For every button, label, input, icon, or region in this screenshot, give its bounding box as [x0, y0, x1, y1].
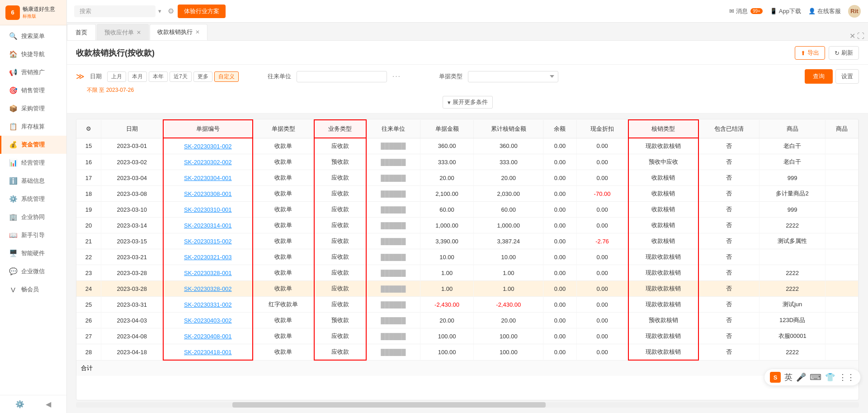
tab-receipt-verify[interactable]: 收款核销执行 ✕ [150, 24, 208, 40]
voucher-no-link[interactable]: SK-20230310-001 [184, 206, 232, 213]
enterprise-icon: 🏢 [9, 213, 18, 222]
settings-icon[interactable]: ⚙️ [15, 400, 24, 408]
cell-verified-amount: 100.00 [474, 328, 543, 344]
voucher-no-link[interactable]: SK-20230328-002 [184, 285, 232, 292]
voucher-no-link[interactable]: SK-20230304-001 [184, 175, 232, 181]
cell-goods2 [825, 281, 858, 297]
refresh-button[interactable]: ↻ 刷新 [829, 46, 859, 60]
table-area: ⚙ 日期 单据编号 单据类型 业务类型 往来单位 单据金额 累计核销金额 余额 … [67, 114, 868, 413]
horizontal-scrollbar[interactable] [76, 402, 859, 408]
tab-prepay[interactable]: 预收应付单 ✕ [97, 24, 149, 40]
cell-cash-discount: 0.00 [576, 138, 628, 154]
query-button[interactable]: 查询 [805, 69, 833, 84]
tab-receipt-verify-close[interactable]: ✕ [195, 29, 200, 35]
float-toolbar: S 英 🎤 ⌨ 👕 ⋮⋮ [764, 369, 861, 386]
date-btn-this-year[interactable]: 本年 [149, 71, 168, 82]
voucher-no-link[interactable]: SK-20230302-002 [184, 159, 232, 166]
phone-icon: 📱 [770, 8, 777, 14]
sidebar-item-purchase[interactable]: 📦采购管理 [0, 100, 66, 118]
date-btn-this-month[interactable]: 本月 [128, 71, 147, 82]
solution-button[interactable]: 体验行业方案 [178, 5, 226, 18]
tab-home[interactable]: 首页 [67, 24, 96, 40]
voucher-no-link[interactable]: SK-20230314-001 [184, 222, 232, 229]
sidebar-item-enterprise[interactable]: 🏢企业协同 [0, 208, 66, 226]
tab-expand-icon[interactable]: ⛶ [857, 32, 864, 40]
voucher-no-link[interactable]: SK-20230308-001 [184, 190, 232, 197]
cell-goods2 [825, 297, 858, 313]
cell-verified-amount: 333.00 [474, 154, 543, 170]
voucher-no-link[interactable]: SK-20230315-002 [184, 238, 232, 245]
voucher-no-link[interactable]: SK-20230403-002 [184, 317, 232, 324]
voucher-no-link[interactable]: SK-20230301-002 [184, 143, 232, 150]
date-btn-more[interactable]: 更多 [193, 71, 212, 82]
topbar-gear-icon[interactable]: ⚙ [168, 7, 174, 15]
sidebar-item-sales[interactable]: 🎯销售管理 [0, 81, 66, 100]
user-avatar[interactable]: Rit [848, 5, 861, 18]
hardware-label: 智能硬件 [21, 249, 45, 257]
sidebar-item-member[interactable]: V畅会员 [0, 280, 66, 299]
th-goods2: 商品 [825, 120, 858, 138]
cell-include-settled: 否 [698, 154, 760, 170]
table-footer-row: 合计 [76, 360, 859, 376]
cell-partner: ██████ [366, 328, 420, 344]
service-label: 在线客服 [817, 7, 841, 15]
voucher-no-link[interactable]: SK-20230418-001 [184, 349, 232, 356]
voucher-type-filter-select[interactable] [468, 71, 558, 82]
cell-amount: 100.00 [420, 328, 473, 344]
export-button[interactable]: ⬆ 导出 [795, 46, 825, 60]
operations-label: 经营管理 [21, 159, 45, 167]
cell-date: 2023-03-21 [101, 249, 163, 265]
sidebar-item-operations[interactable]: 📊经营管理 [0, 154, 66, 172]
sidebar-item-system[interactable]: ⚙️系统管理 [0, 190, 66, 208]
tab-close-all-icon[interactable]: ✕ [849, 32, 855, 40]
cell-goods2 [825, 170, 858, 186]
cell-amount: 360.00 [420, 138, 473, 154]
date-btn-last-month[interactable]: 上月 [107, 71, 126, 82]
cell-goods: 衣服00001 [760, 328, 825, 344]
cell-date: 2023-03-02 [101, 154, 163, 170]
expand-button[interactable]: ▾ 展开更多条件 [443, 96, 493, 109]
message-label: 消息 [736, 7, 748, 15]
float-lang-icon[interactable]: 英 [784, 372, 793, 383]
voucher-no-link[interactable]: SK-20230321-003 [184, 254, 232, 261]
online-service-item[interactable]: 👤 在线客服 [808, 7, 841, 15]
sidebar-item-inventory[interactable]: 📋库存核算 [0, 118, 66, 136]
partner-filter-input[interactable] [297, 71, 387, 82]
cell-goods2 [825, 233, 858, 249]
sidebar-item-wechat[interactable]: 💬企业微信 [0, 262, 66, 280]
quick-nav-label: 快捷导航 [21, 50, 45, 58]
table-row: 20 2023-03-14 SK-20230314-001 收款单 应收款 ██… [76, 218, 859, 233]
cell-date: 2023-03-04 [101, 170, 163, 186]
app-download-item[interactable]: 📱 App下载 [770, 7, 801, 15]
sidebar-item-search[interactable]: 🔍搜索菜单 [0, 27, 66, 45]
sidebar-item-guide[interactable]: 📖新手引导 [0, 226, 66, 244]
voucher-no-link[interactable]: SK-20230331-002 [184, 301, 232, 308]
cell-goods: 老白干 [760, 154, 825, 170]
setting-button[interactable]: 设置 [835, 69, 859, 84]
tab-prepay-close[interactable]: ✕ [137, 29, 141, 36]
voucher-no-link[interactable]: SK-20230408-001 [184, 333, 232, 340]
date-btn-custom[interactable]: 自定义 [214, 71, 239, 82]
table-wrapper[interactable]: ⚙ 日期 单据编号 单据类型 业务类型 往来单位 单据金额 累计核销金额 余额 … [76, 119, 859, 400]
sidebar-item-basic-info[interactable]: ℹ️基础信息 [0, 172, 66, 190]
cell-cash-discount: -70.00 [576, 186, 628, 202]
voucher-no-link[interactable]: SK-20230328-001 [184, 270, 232, 276]
cell-row-num: 23 [76, 265, 101, 281]
cell-row-num: 15 [76, 138, 101, 154]
cell-biz-type: 应收款 [314, 202, 366, 218]
cell-include-settled: 否 [698, 138, 760, 154]
cell-date: 2023-03-08 [101, 186, 163, 202]
message-item[interactable]: ✉ 消息 99+ [729, 7, 763, 15]
sidebar-item-marketing[interactable]: 📢营销推广 [0, 63, 66, 81]
float-grid-icon[interactable]: ⋮⋮ [839, 372, 855, 382]
float-mic-icon[interactable]: 🎤 [796, 372, 806, 382]
date-btn-7days[interactable]: 近7天 [170, 71, 192, 82]
filter-toggle-icon[interactable]: ≫ [76, 71, 85, 81]
collapse-icon[interactable]: ◀ [46, 400, 51, 408]
float-shirt-icon[interactable]: 👕 [825, 372, 835, 382]
sidebar-item-finance[interactable]: 💰资金管理 [0, 136, 66, 154]
float-keyboard-icon[interactable]: ⌨ [810, 372, 821, 382]
sidebar-item-hardware[interactable]: 🖥️智能硬件 [0, 244, 66, 262]
sidebar-item-quick-nav[interactable]: 🏠快捷导航 [0, 45, 66, 63]
cell-verified-amount: 360.00 [474, 138, 543, 154]
